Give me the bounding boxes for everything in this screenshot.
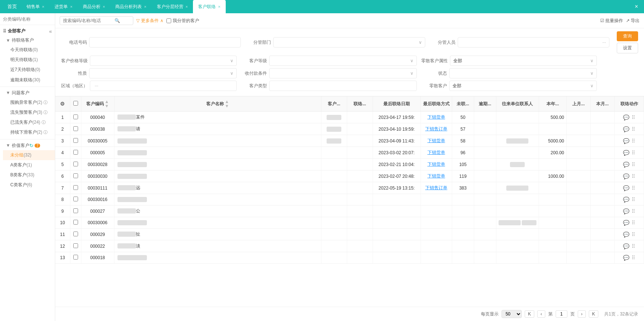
customer-type-input[interactable] [269,81,417,91]
chat-icon[interactable]: 💬 [623,243,629,249]
row-checkbox[interactable] [73,197,78,201]
action-cell[interactable]: 💬⠿ [615,229,644,240]
sidebar-value-header[interactable]: ▼ 价值客户 ↻ 7 [3,141,55,150]
action-cell[interactable]: 💬⠿ [615,112,644,123]
reset-button[interactable]: 设置 [617,43,638,53]
row-checkbox-cell[interactable] [70,229,81,240]
chat-icon[interactable]: 💬 [623,126,629,132]
sidebar-item-warning[interactable]: 流失预警客户(3) ⓘ [3,107,55,117]
first-page-button[interactable]: K [525,310,534,318]
scattered-attr-dropdown[interactable]: 全部 ∨ [450,56,597,66]
action-cell[interactable]: 💬⠿ [615,170,644,182]
contact-method-cell[interactable]: 下销售订单 [420,182,452,194]
sidebar-item-abnormal[interactable]: 囤购异常客户(2) ⓘ [3,98,55,107]
prev-page-button[interactable]: ‹ [537,310,545,318]
contact-method-cell[interactable] [420,194,452,205]
sort-code[interactable]: 客户编码▲▼ [86,99,109,108]
query-button[interactable]: 查询 [617,31,638,41]
chat-icon[interactable]: 💬 [623,232,629,237]
dots-icon[interactable]: ··· [602,40,606,45]
chat-icon[interactable]: 💬 [623,197,629,202]
region-input[interactable]: ··· [90,81,237,91]
row-checkbox[interactable] [73,243,78,248]
row-checkbox[interactable] [73,138,78,143]
row-checkbox-cell[interactable] [70,170,81,182]
price-level-dropdown[interactable]: ∨ [90,56,237,66]
row-checkbox[interactable] [73,150,78,155]
method-link[interactable]: 下销货单 [427,150,445,155]
apps-icon[interactable]: ⠿ [631,208,635,214]
sidebar-item-7days[interactable]: 近7天待联络(0) [3,65,55,75]
action-cell[interactable]: 💬⠿ [615,123,644,135]
row-checkbox-cell[interactable] [70,205,81,217]
row-checkbox[interactable] [73,173,78,178]
dept-dropdown[interactable]: ∨ [273,37,425,47]
person-input[interactable]: ··· [458,37,609,47]
apps-icon[interactable]: ⠿ [631,150,635,156]
row-checkbox-cell[interactable] [70,217,81,229]
phone-input[interactable] [89,37,241,47]
row-checkbox-cell[interactable] [70,182,81,194]
refresh-icon[interactable]: ↻ [29,143,34,148]
dots-icon[interactable]: ··· [93,83,100,88]
page-size-select[interactable]: 50 100 200 [502,310,522,318]
row-checkbox[interactable] [73,162,78,166]
th-checkbox[interactable] [70,96,81,112]
row-checkbox-cell[interactable] [70,252,81,264]
row-checkbox[interactable] [73,114,78,119]
apps-icon[interactable]: ⠿ [631,173,635,179]
contact-method-cell[interactable] [420,205,452,217]
row-checkbox[interactable] [73,255,78,260]
nav-tab-purchase[interactable]: 进货单 × [49,0,77,13]
nature-dropdown[interactable]: ∨ [89,68,237,78]
apps-icon[interactable]: ⠿ [631,220,635,226]
sidebar-item-today[interactable]: 今天待联络(0) [3,45,55,55]
apps-icon[interactable]: ⠿ [631,162,635,167]
search-input[interactable] [63,18,115,23]
my-customers-check[interactable] [166,18,171,23]
sidebar-problem-header[interactable]: ▼ 问题客户 [3,88,55,98]
action-cell[interactable]: 💬⠿ [615,194,644,205]
method-link[interactable]: 下销货单 [427,114,445,120]
contact-method-cell[interactable]: 下销货单 [420,112,452,123]
apps-icon[interactable]: ⠿ [631,138,635,144]
chat-icon[interactable]: 💬 [623,208,629,214]
row-checkbox[interactable] [73,185,78,190]
my-customers-checkbox[interactable]: 我分管的客户 [166,18,199,24]
sidebar-item-group-b[interactable]: B类客户(33) [3,170,55,180]
th-type[interactable]: 客户... [321,96,347,112]
close-icon[interactable]: × [218,4,220,9]
sidebar-item-declining[interactable]: 持续下滑客户(2) ⓘ [3,127,55,137]
close-icon[interactable]: × [144,4,146,9]
method-link[interactable]: 下销货单 [427,138,445,143]
nav-tab-analysis-list[interactable]: 商品分析列表 × [110,0,151,13]
chat-icon[interactable]: 💬 [623,162,629,167]
th-contact[interactable]: 联络... [347,96,373,112]
apps-icon[interactable]: ⠿ [631,232,635,237]
chat-icon[interactable]: 💬 [623,138,629,144]
sidebar-item-tomorrow[interactable]: 明天待联络(1) [3,55,55,65]
apps-icon[interactable]: ⠿ [631,126,635,132]
th-unit-contacts[interactable]: 往来单位联系人 [496,96,539,112]
contact-method-cell[interactable] [420,252,452,264]
row-checkbox[interactable] [73,126,78,131]
chat-icon[interactable]: 💬 [623,114,629,120]
page-number-input[interactable] [556,310,567,318]
sidebar-pending-header[interactable]: ▼ 待联络客户 [3,36,55,45]
contact-method-cell[interactable]: 下销售订单 [420,123,452,135]
more-conditions-button[interactable]: ▽ 更多条件 ∧ [136,18,163,24]
nav-tab-customer-contact[interactable]: 客户联络 × [193,0,225,13]
customer-level-dropdown[interactable]: ∨ [269,56,417,66]
close-icon[interactable]: × [103,4,105,9]
sort-name[interactable]: 客户名称▲▼ [206,99,229,108]
row-checkbox-cell[interactable] [70,135,81,147]
th-unlink-days[interactable]: 未联... [452,96,474,112]
action-cell[interactable]: 💬⠿ [615,159,644,170]
last-page-button[interactable]: K [589,310,598,318]
payment-dropdown[interactable]: ∨ [269,68,417,78]
row-checkbox-cell[interactable] [70,240,81,252]
row-checkbox-cell[interactable] [70,194,81,205]
action-cell[interactable]: 💬⠿ [615,240,644,252]
chat-icon[interactable]: 💬 [623,185,629,191]
row-checkbox[interactable] [73,220,78,225]
